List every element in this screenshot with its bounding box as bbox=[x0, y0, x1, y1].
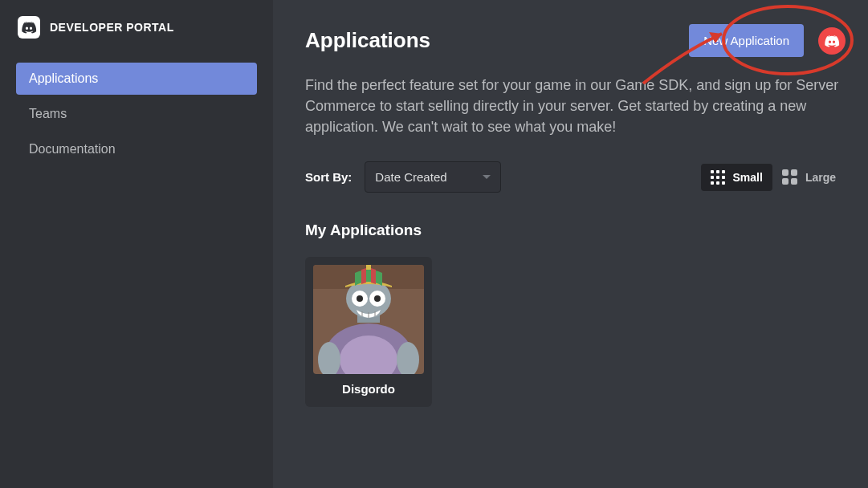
sidebar-item-teams[interactable]: Teams bbox=[16, 98, 257, 130]
view-small-label: Small bbox=[733, 171, 763, 184]
discord-icon bbox=[824, 33, 840, 49]
my-applications-heading: My Applications bbox=[305, 222, 846, 239]
sidebar-item-applications[interactable]: Applications bbox=[16, 63, 257, 95]
grid-large-icon bbox=[782, 169, 797, 185]
sort-by-label: Sort By: bbox=[305, 170, 352, 184]
controls-row: Sort By: Date Created Small Large bbox=[305, 161, 846, 193]
sidebar-item-documentation[interactable]: Documentation bbox=[16, 133, 257, 165]
sort-by-select[interactable]: Date Created bbox=[365, 161, 501, 193]
main-content: Applications New Application Find the pe… bbox=[273, 0, 868, 488]
view-toggle-large[interactable]: Large bbox=[772, 163, 846, 191]
sidebar-item-label: Documentation bbox=[29, 142, 116, 156]
brand-title: DEVELOPER PORTAL bbox=[50, 21, 174, 34]
svg-point-9 bbox=[357, 295, 363, 302]
view-large-label: Large bbox=[805, 171, 836, 184]
user-avatar[interactable] bbox=[818, 27, 846, 55]
brand: DEVELOPER PORTAL bbox=[16, 16, 257, 39]
sidebar-item-label: Teams bbox=[29, 107, 67, 120]
header-row: Applications New Application bbox=[305, 24, 846, 57]
grid-small-icon bbox=[711, 170, 725, 185]
discord-logo-icon bbox=[18, 16, 40, 39]
page-title: Applications bbox=[305, 28, 430, 53]
application-thumbnail bbox=[313, 265, 424, 374]
page-description: Find the perfect feature set for your ga… bbox=[305, 75, 846, 137]
svg-rect-6 bbox=[366, 265, 371, 270]
sidebar-item-label: Applications bbox=[29, 71, 98, 85]
svg-point-10 bbox=[374, 295, 381, 302]
new-application-button[interactable]: New Application bbox=[689, 24, 804, 57]
sort-by-selected: Date Created bbox=[375, 170, 446, 184]
application-card[interactable]: Disgordo bbox=[305, 257, 432, 407]
chevron-down-icon bbox=[483, 175, 491, 179]
application-name: Disgordo bbox=[313, 382, 424, 396]
sidebar: DEVELOPER PORTAL Applications Teams Docu… bbox=[0, 0, 273, 488]
header-right: New Application bbox=[689, 24, 846, 57]
view-toggle-small[interactable]: Small bbox=[701, 164, 772, 191]
